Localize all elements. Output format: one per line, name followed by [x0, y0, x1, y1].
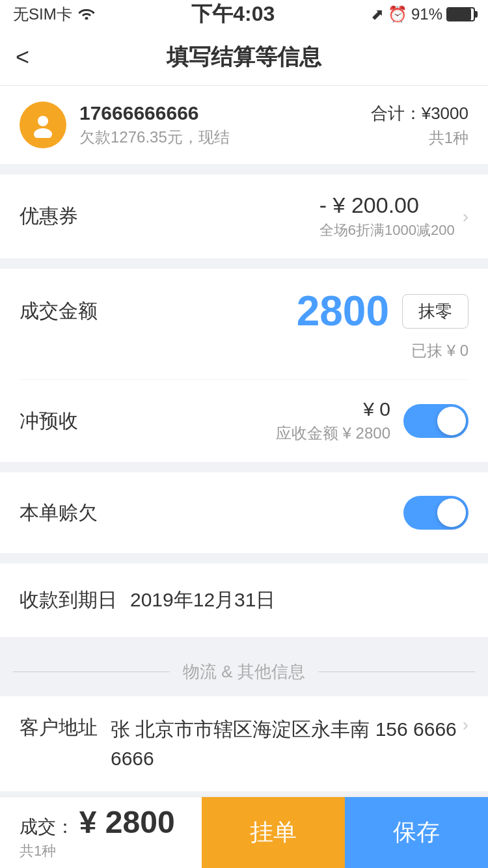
svg-point-0: [38, 116, 48, 126]
logistics-text: 物流 & 其他信息: [183, 660, 305, 683]
nav-title: 填写结算等信息: [167, 42, 321, 72]
svg-point-1: [34, 128, 52, 138]
address-section[interactable]: 客户地址 张 北京市市辖区海淀区永丰南 156 6666 6666 ›: [0, 696, 488, 791]
address-label: 客户地址: [20, 714, 98, 741]
customer-info: 17666666666 欠款1276.35元，现结: [79, 102, 230, 148]
pre-collect-toggle[interactable]: [403, 404, 468, 438]
bottom-deal-count: 共1种: [20, 841, 182, 861]
debt-toggle-knob: [437, 498, 466, 527]
hang-order-button[interactable]: 挂单: [202, 797, 345, 869]
carrier-text: 无SIM卡: [13, 4, 72, 25]
nav-bar: < 填写结算等信息: [0, 29, 488, 86]
total-amount: 合计：¥3000: [371, 102, 468, 125]
debt-section: 本单赊欠: [0, 472, 488, 553]
due-date-section: 收款到期日 2019年12月31日: [0, 563, 488, 637]
avatar: [20, 102, 66, 148]
customer-total: 合计：¥3000 共1种: [371, 102, 468, 148]
coupon-chevron-icon: ›: [463, 206, 468, 227]
due-date-row: 收款到期日 2019年12月31日: [0, 563, 488, 637]
wifi-icon: [77, 5, 96, 23]
status-left: 无SIM卡: [13, 4, 96, 25]
address-row: 客户地址 张 北京市市辖区海淀区永丰南 156 6666 6666 ›: [0, 696, 488, 791]
pre-collect-right: ¥ 0 应收金额 ¥ 2800: [276, 398, 468, 444]
customer-info-section: 17666666666 欠款1276.35元，现结 合计：¥3000 共1种: [0, 86, 488, 164]
due-date-value: 2019年12月31日: [130, 587, 275, 614]
total-count: 共1种: [371, 128, 468, 148]
address-value: 张 北京市市辖区海淀区永丰南 156 6666 6666: [111, 714, 460, 773]
logistics-line-left: [13, 671, 170, 672]
status-bar: 无SIM卡 下午4:03 ⬈ ⏰ 91%: [0, 0, 488, 29]
status-right: ⬈ ⏰ 91%: [371, 5, 475, 23]
due-date-label: 收款到期日: [20, 587, 117, 614]
bottom-deal-info: 成交： ¥ 2800 共1种: [0, 804, 202, 861]
logistics-line-right: [318, 671, 475, 672]
bottom-deal-label: 成交：: [20, 817, 74, 837]
pre-collect-label: 冲预收: [20, 408, 78, 435]
battery-icon: [446, 7, 475, 21]
coupon-description: 全场6折满1000减200: [319, 221, 455, 240]
status-time: 下午4:03: [191, 0, 275, 29]
deal-amount-row: 成交金额 2800 抹零: [0, 269, 488, 335]
deal-sub-text: 已抹 ¥ 0: [0, 335, 488, 379]
coupon-discount: - ¥ 200.00: [319, 193, 455, 218]
customer-sub-text: 欠款1276.35元，现结: [79, 127, 230, 148]
toggle-knob: [437, 407, 466, 435]
customer-phone: 17666666666: [79, 102, 230, 124]
pre-collect-sub: 应收金额 ¥ 2800: [276, 423, 390, 444]
back-button[interactable]: <: [16, 44, 29, 71]
round-zero-button[interactable]: 抹零: [402, 294, 468, 329]
alarm-icon: ⏰: [388, 5, 407, 23]
debt-row: 本单赊欠: [0, 472, 488, 553]
coupon-right: - ¥ 200.00 全场6折满1000减200 ›: [319, 193, 468, 240]
pre-collect-values: ¥ 0 应收金额 ¥ 2800: [276, 398, 390, 444]
save-button[interactable]: 保存: [345, 797, 488, 869]
pre-collect-amount: ¥ 0: [276, 398, 390, 420]
deal-right: 2800 抹零: [297, 287, 468, 335]
bottom-deal-amount: ¥ 2800: [79, 805, 175, 839]
pre-collect-row: 冲预收 ¥ 0 应收金额 ¥ 2800: [0, 380, 488, 462]
coupon-section[interactable]: 优惠券 - ¥ 200.00 全场6折满1000减200 ›: [0, 174, 488, 258]
location-icon: ⬈: [371, 5, 384, 23]
deal-amount-label: 成交金额: [20, 298, 98, 325]
customer-left: 17666666666 欠款1276.35元，现结: [20, 102, 230, 148]
logistics-divider: 物流 & 其他信息: [0, 647, 488, 696]
coupon-label: 优惠券: [20, 203, 78, 230]
debt-toggle[interactable]: [403, 496, 468, 530]
page-content: 17666666666 欠款1276.35元，现结 合计：¥3000 共1种 优…: [0, 86, 488, 868]
battery-percent: 91%: [411, 5, 442, 23]
deal-amount-value: 2800: [297, 287, 389, 335]
deal-amount-section: 成交金额 2800 抹零 已抹 ¥ 0 冲预收 ¥ 0 应收金额 ¥ 2800: [0, 269, 488, 462]
debt-label: 本单赊欠: [20, 500, 98, 526]
bottom-bar: 成交： ¥ 2800 共1种 挂单 保存: [0, 796, 488, 868]
address-chevron-icon: ›: [463, 714, 468, 735]
